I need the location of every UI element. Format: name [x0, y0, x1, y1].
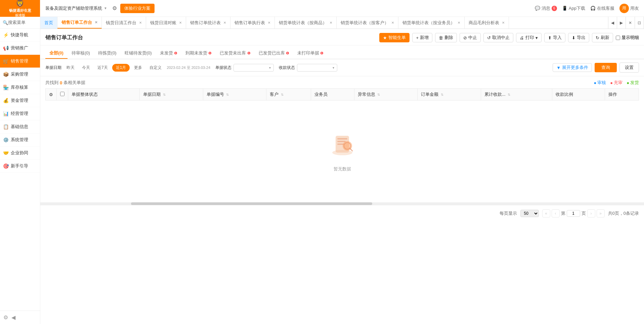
date-btn-7days[interactable]: 近7天	[94, 64, 111, 72]
expand-conditions-button[interactable]: ▼ 展开更多条件	[553, 63, 592, 72]
subtab-not-printed[interactable]: 未打印单据 ❶	[293, 48, 328, 59]
tab-sale-stat-salesman-close[interactable]: ✕	[458, 21, 460, 25]
revoke-action-button[interactable]: ● 充审	[610, 80, 622, 86]
subtab-not-shipped[interactable]: 未发货 ❶	[156, 48, 181, 59]
subtab-pending-audit[interactable]: 待审核(0)	[68, 48, 94, 59]
tab-cash-daily-close[interactable]: ✕	[139, 21, 142, 25]
sidebar-item-cooperation[interactable]: 🤝 企业协同	[0, 147, 40, 160]
collapse-icon[interactable]: ◀	[11, 314, 15, 321]
subtab-shipped-not-out[interactable]: 已发货未出库 ❶	[216, 48, 254, 59]
tab-cash-daily[interactable]: 钱货日清工作台 ✕	[102, 17, 146, 29]
date-btn-today[interactable]: 今天	[79, 64, 93, 72]
tab-cash-reconcile[interactable]: 钱货日清对账 ✕	[146, 17, 186, 29]
prev-page-button[interactable]: ‹	[552, 209, 560, 217]
system-title[interactable]: 装备及固定资产辅助管理系统 ▼	[45, 5, 107, 11]
search-icon: 🔍	[3, 20, 8, 25]
horizontal-scrollbar[interactable]	[40, 202, 644, 205]
page-number-input[interactable]	[567, 210, 580, 217]
sidebar-item-guide[interactable]: 🎯 新手引导	[0, 160, 40, 173]
next-page-button[interactable]: ›	[587, 209, 595, 217]
subtab-expired-not-shipped[interactable]: 到期未发货 ❶	[181, 48, 216, 59]
scrollbar-thumb[interactable]	[131, 202, 373, 205]
message-button[interactable]: 💬 消息 6	[535, 5, 557, 11]
th-abnormal[interactable]: 异常信息 ⇅	[354, 89, 418, 100]
sidebar-item-basic-info[interactable]: 📋 基础信息	[0, 120, 40, 133]
show-detail-checkbox[interactable]	[616, 36, 620, 40]
date-btn-1month[interactable]: 近1月	[112, 64, 130, 72]
sidebar-item-quick-nav[interactable]: ⚡ 快捷导航	[0, 29, 40, 42]
tab-cash-reconcile-close[interactable]: ✕	[179, 21, 182, 25]
topbar-gear-icon[interactable]: ⚙	[112, 5, 117, 11]
tab-sales-workbench-close[interactable]: ✕	[95, 21, 97, 24]
sidebar-item-finance[interactable]: 💰 资金管理	[0, 94, 40, 107]
cancel-stop-button[interactable]: ↺ 取消中止	[483, 33, 513, 42]
audit-action-button[interactable]: ● 审核	[594, 80, 606, 86]
th-amount[interactable]: 订单金额 ⇅	[418, 89, 481, 100]
tab-sale-stat-salesman[interactable]: 销货单统计表（按业务员） ✕	[398, 17, 465, 29]
tab-gross-profit-close[interactable]: ✕	[502, 21, 505, 25]
settings-button[interactable]: 设置	[619, 63, 639, 73]
select-all-checkbox[interactable]	[60, 92, 65, 96]
delete-button[interactable]: 🗑 删除	[435, 33, 457, 42]
ship-action-button[interactable]: ● 发货	[627, 80, 639, 86]
sidebar-item-purchase[interactable]: 📦 采购管理	[0, 68, 40, 81]
app-download-button[interactable]: 📱 App下载	[562, 5, 585, 11]
show-detail-checkbox-label[interactable]: 显示明细	[616, 35, 639, 41]
sidebar-item-search[interactable]: 🔍 搜索菜单	[0, 17, 40, 29]
date-btn-yesterday[interactable]: 昨天	[63, 64, 78, 72]
tab-sale-stat-customer[interactable]: 销货单统计表（按客户） ✕	[337, 17, 398, 29]
tab-sales-order-exec[interactable]: 销售订单执行表 ✕	[230, 17, 275, 29]
stop-button[interactable]: ⊘ 中止	[460, 33, 481, 42]
date-btn-more[interactable]: 更多	[131, 64, 145, 72]
page-size-select[interactable]: 10 20 50 100	[520, 210, 539, 217]
export-button[interactable]: ⬇ 导出	[568, 33, 589, 42]
tab-sales-workbench[interactable]: 销售订单工作台 ✕	[57, 17, 102, 29]
subtab-all[interactable]: 全部(0)	[45, 48, 68, 59]
th-number[interactable]: 单据编号 ⇅	[203, 89, 266, 100]
tab-home[interactable]: 首页	[40, 17, 57, 29]
tabbar: 首页 销售订单工作台 ✕ 钱货日清工作台 ✕ 钱货日清对账 ✕ 销售订单统计表 …	[40, 17, 644, 29]
import-button[interactable]: ⬆ 导入	[544, 33, 565, 42]
th-settings[interactable]: ⚙	[46, 89, 57, 100]
refresh-button[interactable]: ↻ 刷新	[592, 33, 613, 42]
online-service-button[interactable]: 🎧 在线客服	[590, 5, 614, 11]
query-button[interactable]: 查询	[595, 63, 617, 72]
th-status[interactable]: 单据整体状态	[68, 89, 140, 100]
user-menu-button[interactable]: 用 用友	[619, 4, 639, 13]
smart-create-button[interactable]: ★ 智能生单	[379, 33, 410, 42]
tab-sale-stat-customer-close[interactable]: ✕	[391, 21, 394, 25]
sidebar-footer: ⚙ ◀	[0, 311, 40, 324]
th-date[interactable]: 单据日期 ⇅	[140, 89, 203, 100]
subtab-wangpu[interactable]: 旺铺待发货(0)	[121, 48, 156, 59]
sidebar-item-system[interactable]: ⚙️ 系统管理	[0, 133, 40, 147]
add-button[interactable]: + 新增	[412, 33, 432, 42]
tab-sales-order-exec-close[interactable]: ✕	[268, 21, 270, 25]
settings-icon[interactable]: ⚙	[3, 314, 8, 321]
status-select[interactable]: ▾	[233, 64, 274, 72]
sidebar-item-operations[interactable]: 📊 经营管理	[0, 107, 40, 120]
th-salesman[interactable]: 业务员	[311, 89, 354, 100]
tab-menu-button[interactable]: ⊡	[635, 17, 644, 29]
sidebar-item-sales[interactable]: 🛒 销售管理	[0, 55, 40, 68]
first-page-button[interactable]: «	[542, 209, 550, 217]
tab-sale-stat-product-close[interactable]: ✕	[330, 21, 332, 25]
tab-sales-order-stat-close[interactable]: ✕	[223, 21, 226, 25]
tab-sale-stat-product[interactable]: 销货单统计表（按商品） ✕	[275, 17, 337, 29]
tab-close-all-button[interactable]: ✕	[626, 17, 635, 29]
tab-next-button[interactable]: ▶	[617, 17, 626, 29]
print-button[interactable]: 🖨 打印 ▾	[516, 33, 542, 42]
th-received[interactable]: 累计收款... ⇅	[481, 89, 552, 100]
subtab-pending-inspect[interactable]: 待拣货(0)	[94, 48, 121, 59]
tab-prev-button[interactable]: ◀	[608, 17, 617, 29]
subtab-shipped-out[interactable]: 已发货已出库 ❶	[255, 48, 293, 59]
th-checkbox[interactable]	[57, 89, 68, 100]
sidebar-item-marketing[interactable]: 📢 营销推广	[0, 42, 40, 55]
sidebar-item-inventory[interactable]: 🏪 库存核算	[0, 81, 40, 94]
date-btn-custom[interactable]: 自定义	[146, 64, 165, 72]
th-customer[interactable]: 客户 ⇅	[266, 89, 311, 100]
tab-gross-profit[interactable]: 商品毛利分析表 ✕	[465, 17, 509, 29]
tab-sales-order-stat[interactable]: 销售订单统计表 ✕	[186, 17, 230, 29]
industry-solution-button[interactable]: 体验行业方案	[120, 4, 155, 13]
payment-select[interactable]: ▾	[297, 64, 337, 72]
last-page-button[interactable]: »	[597, 209, 605, 217]
